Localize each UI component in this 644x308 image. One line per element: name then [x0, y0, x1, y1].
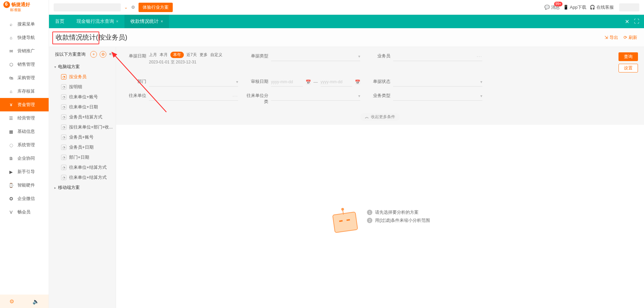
messages-badge: 99+	[554, 2, 562, 6]
tab-close-icon[interactable]: ×	[161, 19, 163, 24]
bill-date-chips: 上月本月本年近7天更多自定义	[149, 52, 238, 58]
nav-label: 智能硬件	[17, 182, 35, 188]
app-label: App下载	[570, 4, 586, 10]
sidebar-item[interactable]: ✉营销推广	[0, 44, 49, 58]
scheme-panel: 按以下方案查询 + ⚙ « ▾电脑端方案◔按业务员◔按明细◔往来单位+账号◔往来…	[49, 47, 116, 308]
scheme-item-icon: ◔	[61, 104, 66, 110]
more-icon: ···	[232, 93, 238, 98]
bill-status-select[interactable]: ▾	[393, 77, 482, 87]
tab[interactable]: 现金银行流水查询×	[70, 15, 124, 28]
sidebar-item[interactable]: ⌂快捷导航	[0, 31, 49, 44]
scheme-item[interactable]: ◔往来单位+结算方式	[54, 162, 116, 172]
date-chip[interactable]: 上月	[149, 52, 157, 58]
experience-button[interactable]: 体验行业方案	[139, 3, 173, 12]
date-chip[interactable]: 自定义	[210, 52, 222, 58]
brand-mark-icon	[3, 1, 10, 8]
settings-icon[interactable]: ⚙	[9, 298, 14, 305]
scheme-item-label: 往来单位+结算方式	[69, 174, 107, 181]
scheme-item[interactable]: ◔按明细	[54, 82, 116, 92]
tab-close-icon[interactable]: ×	[116, 19, 118, 24]
date-chip[interactable]: 本月	[160, 52, 168, 58]
scheme-group[interactable]: ▾电脑端方案	[54, 62, 116, 72]
scheme-item[interactable]: ◔业务员+结算方式	[54, 112, 116, 122]
date-chip[interactable]: 近7天	[186, 52, 197, 58]
sidebar-item[interactable]: ⌂库存核算	[0, 85, 49, 98]
partner-select[interactable]: ···	[149, 91, 238, 101]
scheme-settings-icon[interactable]: ⚙	[100, 51, 106, 58]
calendar-icon[interactable]: 📅	[355, 80, 360, 85]
scheme-collapse-icon[interactable]: «	[109, 51, 112, 58]
sidebar-item[interactable]: ◌系统管理	[0, 138, 49, 152]
scheme-item-icon: ◔	[61, 124, 66, 130]
scheme-item[interactable]: ◔往来单位+结算方式	[54, 172, 116, 183]
sidebar-item[interactable]: ▦基础信息	[0, 125, 49, 138]
app-download-link[interactable]: 📱 App下载	[563, 4, 586, 10]
scheme-item-icon: ◔	[61, 94, 66, 100]
scheme-item[interactable]: ◔部门+日期	[54, 152, 116, 162]
scheme-item[interactable]: ◔业务员+账号	[54, 132, 116, 142]
placeholder-step-2: 2用[过滤]条件来缩小分析范围	[367, 217, 430, 223]
sidebar-item[interactable]: ¥资金管理	[0, 98, 49, 111]
filter-audit-date: 审核日期 📅 — 📅	[244, 77, 360, 87]
sidebar-item[interactable]: 🗎企业协同	[0, 152, 49, 165]
scheme-item-label: 往来单位+日期	[69, 104, 98, 110]
sound-icon[interactable]: 🔈	[33, 298, 39, 305]
biz-type-label: 业务类型	[366, 91, 390, 99]
brand-edition: 标准版	[10, 7, 21, 12]
refresh-button[interactable]: ⟳ 刷新	[624, 35, 637, 41]
query-button[interactable]: 查询	[619, 52, 638, 61]
calendar-icon[interactable]: 📅	[306, 80, 311, 85]
partner-cat-select[interactable]: ▾	[271, 91, 360, 101]
chevron-down-icon[interactable]: ⌄	[124, 5, 128, 10]
collapse-label: 收起更多条件	[371, 114, 395, 120]
export-button[interactable]: ⇲ 导出	[604, 35, 618, 41]
sidebar-item[interactable]: ⬡销售管理	[0, 58, 49, 71]
filter-bill-status: 单据状态 ▾	[366, 77, 482, 87]
partner-label: 往来单位	[122, 91, 146, 99]
audit-date-to[interactable]	[321, 80, 353, 84]
sidebar-item[interactable]: ☰经营管理	[0, 111, 49, 125]
scheme-item-label: 按业务员	[69, 74, 87, 80]
main-area: ⌄ ⚙ 体验行业方案 💬 消息 99+ 📱 App下载 🎧 在线客服 首页现金银…	[49, 0, 644, 308]
scheme-group[interactable]: ▸移动端方案	[54, 183, 116, 193]
chevron-down-icon: ▾	[358, 54, 360, 59]
nav-icon: ✉	[8, 49, 14, 54]
dept-label: 部门	[122, 77, 146, 85]
salesman-select[interactable]: ···	[393, 52, 482, 61]
tab-close-all-icon[interactable]: ✕	[625, 18, 629, 25]
scheme-item[interactable]: ◔往来单位+日期	[54, 102, 116, 112]
nav-icon: ▶	[8, 169, 14, 174]
scheme-item[interactable]: ◔业务员+日期	[54, 142, 116, 152]
sidebar-item[interactable]: V畅会员	[0, 205, 49, 219]
sidebar-item[interactable]: ▶新手引导	[0, 165, 49, 178]
fullscreen-icon[interactable]: ⛶	[634, 18, 639, 24]
scheme-header-label: 按以下方案查询	[55, 51, 86, 57]
scheme-item[interactable]: ◔按业务员	[54, 72, 116, 82]
scheme-item[interactable]: ◔按往来单位+部门+收...	[54, 122, 116, 132]
gear-icon[interactable]: ⚙	[131, 5, 135, 10]
messages-link[interactable]: 💬 消息 99+	[544, 4, 560, 10]
date-chip[interactable]: 本年	[170, 52, 184, 58]
scheme-item[interactable]: ◔往来单位+账号	[54, 92, 116, 102]
audit-date-from[interactable]	[271, 80, 303, 84]
tab[interactable]: 收款情况统计×	[124, 15, 169, 28]
sidebar-item[interactable]: ✪企业微信	[0, 192, 49, 205]
dept-select[interactable]: ▾	[149, 77, 238, 87]
nav-label: 库存核算	[17, 88, 35, 94]
filter-biz-type: 业务类型 ▾	[366, 91, 482, 105]
settings-button[interactable]: 设置	[619, 64, 638, 72]
user-avatar[interactable]	[619, 3, 639, 11]
date-chip[interactable]: 更多	[200, 52, 208, 58]
support-link[interactable]: 🎧 在线客服	[590, 4, 614, 10]
sidebar-item[interactable]: 🛍采购管理	[0, 71, 49, 85]
biz-type-select[interactable]: ▾	[393, 91, 482, 101]
collapse-filters[interactable]: ︽ 收起更多条件	[116, 112, 644, 121]
tab-label: 现金银行流水查询	[76, 18, 114, 24]
sidebar-item[interactable]: ⌚智能硬件	[0, 178, 49, 192]
bill-type-select[interactable]: ▾	[271, 52, 360, 61]
org-selector[interactable]	[54, 3, 121, 11]
sidebar-item[interactable]: ⌕搜索菜单	[0, 17, 49, 31]
scheme-add-icon[interactable]: +	[90, 51, 97, 58]
tab[interactable]: 首页	[49, 15, 70, 28]
nav-label: 企业微信	[17, 196, 35, 202]
